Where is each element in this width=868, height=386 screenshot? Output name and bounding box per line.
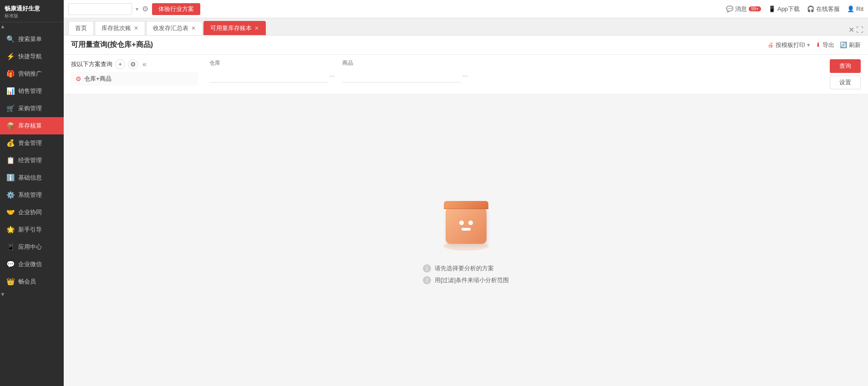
print-icon: 🖨 — [768, 41, 774, 48]
tab-batch-close[interactable]: ✕ — [134, 25, 138, 31]
warehouse-more-icon[interactable]: ··· — [330, 72, 335, 79]
tab-batch[interactable]: 库存批次账 ✕ — [95, 21, 145, 35]
system-icon: ⚙️ — [6, 191, 15, 199]
sidebar-item-marketing[interactable]: 🎁 营销推广 — [0, 65, 64, 82]
filter-scheme-item[interactable]: ⚙ 仓库+商品 — [71, 72, 198, 86]
logo-sub: 标准版 — [5, 13, 59, 19]
goods-label: 商品 — [342, 59, 468, 67]
topbar-user[interactable]: 👤 Rit — [847, 5, 863, 12]
sidebar-item-label: 快捷导航 — [18, 52, 42, 61]
query-btn[interactable]: 查询 — [830, 59, 861, 73]
topbar-search-input[interactable] — [68, 3, 132, 15]
empty-state: 1 请先选择要分析的方案 2 用[过滤]条件来缩小分析范围 — [64, 94, 868, 386]
tab-available-close[interactable]: ✕ — [254, 25, 259, 31]
sidebar-item-appcenter[interactable]: 📱 应用中心 — [0, 238, 64, 256]
tab-summary[interactable]: 收发存汇总表 ✕ — [146, 21, 203, 35]
search-icon: 🔍 — [6, 35, 15, 43]
sidebar-item-member[interactable]: 👑 畅会员 — [0, 273, 64, 290]
goods-field: 商品 ··· — [342, 59, 468, 82]
app-label: App下载 — [777, 5, 800, 13]
sidebar-item-label: 企业协同 — [18, 208, 42, 216]
topbar-msg[interactable]: 💬 消息 99+ — [726, 5, 761, 13]
page-header-actions: 🖨 按模板打印 ▾ ⬇ 导出 🔄 刷新 — [768, 41, 861, 49]
print-label: 按模板打印 — [776, 41, 805, 49]
export-label: 导出 — [822, 41, 834, 49]
page-area: 可用量查询(按仓库+商品) 🖨 按模板打印 ▾ ⬇ 导出 🔄 刷新 — [64, 36, 868, 386]
sidebar-item-label: 应用中心 — [18, 243, 42, 251]
topbar-app[interactable]: 📱 App下载 — [768, 5, 800, 13]
trial-btn[interactable]: 体验行业方案 — [152, 3, 200, 15]
sidebar-item-inventory[interactable]: 📦 库存核算 — [0, 117, 64, 134]
service-label: 在线客服 — [816, 5, 840, 13]
tab-home[interactable]: 首页 — [68, 21, 94, 35]
sidebar-item-label: 销售管理 — [18, 87, 42, 95]
sidebar-item-label: 营销推广 — [18, 70, 42, 78]
sidebar-item-label: 经营管理 — [18, 156, 42, 165]
refresh-icon: 🔄 — [840, 41, 847, 48]
empty-tip-1: 1 请先选择要分析的方案 — [423, 264, 509, 273]
empty-tips: 1 请先选择要分析的方案 2 用[过滤]条件来缩小分析范围 — [423, 264, 509, 284]
sidebar-item-label: 库存核算 — [18, 122, 42, 130]
refresh-action[interactable]: 🔄 刷新 — [840, 41, 861, 49]
user-icon: 👤 — [847, 5, 854, 12]
topbar-service[interactable]: 🎧 在线客服 — [807, 5, 840, 13]
tab-batch-label: 库存批次账 — [102, 24, 131, 32]
sidebar-item-label: 基础信息 — [18, 174, 42, 182]
sidebar-item-system[interactable]: ⚙️ 系统管理 — [0, 186, 64, 204]
warehouse-input[interactable] — [209, 69, 328, 82]
quicknav-icon: ⚡ — [6, 52, 15, 61]
topbar-gear-icon[interactable]: ⚙ — [142, 5, 148, 13]
inventory-icon: 📦 — [6, 122, 15, 130]
tab-close-all-icon[interactable]: ✕ — [848, 26, 854, 34]
sidebar-item-basicinfo[interactable]: ℹ️ 基础信息 — [0, 169, 64, 186]
sidebar-item-operations[interactable]: 📋 经营管理 — [0, 152, 64, 169]
goods-input[interactable] — [342, 69, 461, 82]
refresh-label: 刷新 — [849, 41, 861, 49]
export-icon: ⬇ — [816, 41, 821, 48]
tab-summary-close[interactable]: ✕ — [191, 25, 196, 31]
main-area: ▾ ⚙ 体验行业方案 💬 消息 99+ 📱 App下载 🎧 在线客服 — [64, 0, 868, 386]
print-dropdown-icon[interactable]: ▾ — [807, 41, 810, 48]
filter-collapse-btn[interactable]: « — [142, 60, 147, 68]
marketing-icon: 🎁 — [6, 70, 15, 78]
member-icon: 👑 — [6, 278, 15, 286]
msg-icon: 💬 — [726, 5, 733, 12]
sidebar-item-newguide[interactable]: 🌟 新手引导 — [0, 221, 64, 238]
msg-label: 消息 — [735, 5, 747, 13]
scroll-up-arrow[interactable]: ▲ — [0, 22, 64, 31]
scroll-down-arrow[interactable]: ▼ — [0, 290, 64, 299]
sidebar-item-label: 系统管理 — [18, 191, 42, 199]
logo-title: 畅康通好生意 — [5, 5, 59, 13]
user-label: Rit — [856, 5, 863, 12]
cooperation-icon: 🤝 — [6, 208, 15, 216]
settings-btn[interactable]: 设置 — [830, 76, 861, 89]
filter-fields: 仓库 ··· 商品 ··· — [209, 59, 821, 82]
filter-settings-btn[interactable]: ⚙ — [128, 59, 138, 69]
sidebar-item-search[interactable]: 🔍 搜索菜单 — [0, 31, 64, 48]
empty-tip-2: 2 用[过滤]条件来缩小分析范围 — [423, 276, 509, 284]
filter-add-btn[interactable]: ＋ — [115, 59, 125, 69]
sales-icon: 📊 — [6, 87, 15, 95]
warehouse-label: 仓库 — [209, 59, 335, 67]
newguide-icon: 🌟 — [6, 226, 15, 234]
goods-more-icon[interactable]: ··· — [462, 72, 468, 79]
sidebar-item-quicknav[interactable]: ⚡ 快捷导航 — [0, 48, 64, 65]
tab-available[interactable]: 可用量库存账本 ✕ — [203, 21, 266, 35]
page-title: 可用量查询(按仓库+商品) — [71, 40, 153, 50]
tab-home-label: 首页 — [75, 24, 87, 32]
topbar-right: 💬 消息 99+ 📱 App下载 🎧 在线客服 👤 Rit — [726, 5, 863, 13]
tab-expand-icon[interactable]: ⛶ — [856, 26, 863, 34]
sidebar-logo: 畅康通好生意 标准版 — [0, 0, 64, 22]
filter-left-header: 按以下方案查询 ＋ ⚙ « — [71, 59, 198, 69]
sidebar-item-label: 新手引导 — [18, 226, 42, 234]
tab-summary-label: 收发存汇总表 — [153, 24, 188, 32]
sidebar-item-cooperation[interactable]: 🤝 企业协同 — [0, 204, 64, 221]
print-action[interactable]: 🖨 按模板打印 ▾ — [768, 41, 810, 49]
export-action[interactable]: ⬇ 导出 — [816, 41, 834, 49]
sidebar-item-sales[interactable]: 📊 销售管理 — [0, 82, 64, 100]
sidebar-item-finance[interactable]: 💰 资金管理 — [0, 134, 64, 152]
sidebar-item-purchase[interactable]: 🛒 采购管理 — [0, 100, 64, 117]
service-icon: 🎧 — [807, 5, 814, 12]
sidebar-item-wechat[interactable]: 💬 企业微信 — [0, 256, 64, 273]
topbar-dropdown-arrow[interactable]: ▾ — [136, 6, 138, 12]
